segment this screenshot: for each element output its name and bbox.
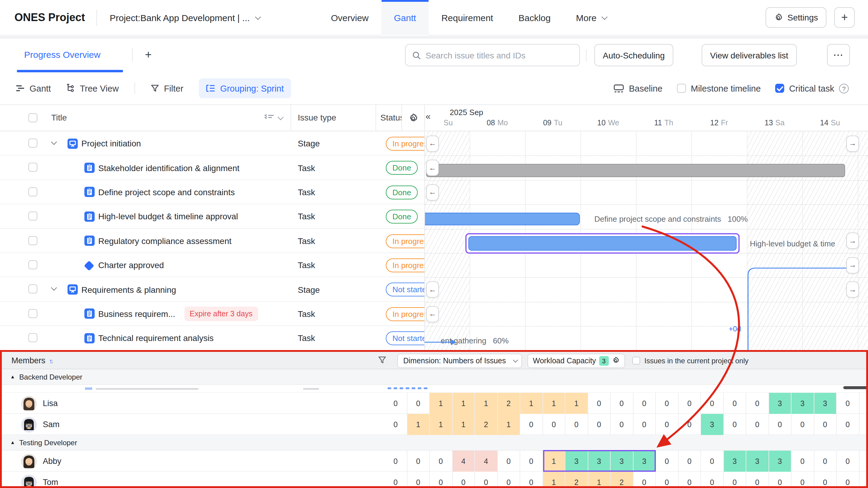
add-button[interactable]: + [834, 7, 855, 28]
workload-cell[interactable]: 0 [430, 451, 453, 472]
row-checkbox[interactable] [28, 163, 37, 172]
workload-cell[interactable]: 0 [656, 472, 678, 488]
workload-cell[interactable]: 0 [633, 414, 656, 435]
workload-cell[interactable]: 0 [384, 414, 407, 435]
workload-cell[interactable]: 0 [701, 451, 724, 472]
scroll-to-bar-left-button[interactable]: ← [426, 281, 439, 298]
workload-cell[interactable]: 2 [611, 472, 633, 488]
members-filter-icon[interactable] [378, 356, 386, 364]
workload-cell[interactable]: 1 [453, 414, 475, 435]
filter-button[interactable]: Filter [151, 84, 183, 93]
table-row[interactable]: Project initiationStageIn progress [0, 131, 424, 156]
collapse-columns-icon[interactable] [264, 114, 274, 122]
workload-cell[interactable]: 0 [769, 472, 792, 488]
workload-cell[interactable]: 0 [724, 393, 746, 414]
view-deliverables-button[interactable]: View deliverables list [702, 44, 797, 66]
sort-icon[interactable]: ↑↓ [49, 357, 52, 364]
workload-cell[interactable]: 0 [565, 414, 588, 435]
column-issue-type[interactable]: Issue type [298, 113, 336, 122]
workload-cell[interactable]: 0 [520, 414, 543, 435]
workload-cell[interactable]: 1 [543, 451, 565, 472]
help-icon[interactable]: ? [839, 84, 849, 93]
workload-cell[interactable]: 1 [475, 393, 498, 414]
workload-cell[interactable]: 0 [837, 393, 859, 414]
member-row[interactable]: Sam011121000000003000000 [2, 414, 866, 435]
member-row[interactable]: Abby000440013333000333000 [2, 451, 866, 472]
workload-cell[interactable]: 3 [565, 451, 588, 472]
grouping-chip[interactable]: Grouping: Sprint [199, 78, 291, 98]
table-row[interactable]: Technical requirement analysisTaskNot st… [0, 326, 424, 350]
chevron-down-icon[interactable] [278, 114, 284, 120]
workload-cell[interactable]: 1 [543, 472, 565, 488]
workload-cell[interactable]: 0 [792, 414, 814, 435]
workload-cell[interactable]: 0 [724, 414, 746, 435]
workload-cell[interactable]: 3 [814, 393, 837, 414]
workload-cell[interactable]: 0 [520, 472, 543, 488]
member-row[interactable]: Lisa001112111000000003330 [2, 393, 866, 414]
avatar[interactable] [21, 453, 37, 469]
workload-cell[interactable]: 0 [678, 414, 701, 435]
workload-cell[interactable]: 0 [588, 393, 611, 414]
workload-cell[interactable]: 0 [678, 472, 701, 488]
workload-cell[interactable]: 0 [407, 472, 430, 488]
scroll-to-bar-left-button[interactable]: ← [426, 306, 439, 322]
workload-cell[interactable]: 3 [769, 393, 792, 414]
workload-cell[interactable]: 0 [701, 393, 724, 414]
workload-cell[interactable]: 0 [837, 472, 859, 488]
add-view-tab-button[interactable]: + [140, 46, 157, 63]
status-badge[interactable]: In progress [386, 234, 424, 248]
workload-cell[interactable]: 0 [656, 451, 678, 472]
workload-cell[interactable]: 0 [633, 472, 656, 488]
workload-cell[interactable]: 0 [656, 414, 678, 435]
status-badge[interactable]: Done [386, 186, 418, 199]
baseline-button[interactable]: Baseline [614, 84, 662, 93]
scrollbar-thumb[interactable] [843, 386, 867, 389]
workload-cell[interactable]: 1 [588, 472, 611, 488]
issue-title[interactable]: High-level budget & timeline approval [98, 212, 238, 221]
table-row[interactable]: Stakeholder identification & alignmentTa… [0, 156, 424, 180]
workload-cell[interactable]: 3 [588, 451, 611, 472]
capacity-gear-icon[interactable] [612, 357, 619, 364]
scroll-to-bar-right-button[interactable]: → [846, 233, 859, 249]
more-actions-button[interactable]: ⋯ [827, 44, 850, 66]
scroll-to-bar-left-button[interactable]: ← [426, 135, 439, 152]
table-row[interactable]: High-level budget & timeline approvalTas… [0, 204, 424, 229]
workload-cell[interactable]: 3 [633, 451, 656, 472]
expand-chevron-icon[interactable] [51, 285, 57, 291]
workload-cell[interactable]: 0 [792, 451, 814, 472]
workload-cell[interactable]: 0 [656, 393, 678, 414]
workload-cell[interactable]: 2 [565, 472, 588, 488]
workload-cell[interactable]: 0 [837, 451, 859, 472]
workload-cell[interactable]: 0 [746, 414, 769, 435]
column-title[interactable]: Title [51, 113, 67, 122]
project-selector[interactable]: Project:Bank App Development | ... [110, 0, 259, 36]
workload-cell[interactable]: 0 [678, 451, 701, 472]
scroll-to-bar-left-button[interactable]: ← [426, 184, 439, 200]
workload-cell[interactable]: 1 [543, 393, 565, 414]
table-row[interactable]: Business requirem...Expire after 3 daysT… [0, 302, 424, 326]
workload-cell[interactable]: 2 [498, 393, 520, 414]
project-only-checkbox[interactable] [632, 357, 640, 364]
issue-title[interactable]: Technical requirement analysis [98, 333, 214, 343]
workload-cell[interactable]: 0 [633, 393, 656, 414]
workload-cell[interactable]: 1 [407, 414, 430, 435]
workload-cell[interactable]: 0 [746, 472, 769, 488]
status-badge[interactable]: In progress [386, 258, 424, 272]
workload-cell[interactable]: 0 [611, 414, 633, 435]
workload-cell[interactable]: 0 [384, 472, 407, 488]
workload-cell[interactable]: 1 [520, 393, 543, 414]
issue-title[interactable]: Requirements & planning [82, 285, 176, 294]
workload-cell[interactable]: 0 [814, 472, 837, 488]
workload-cell[interactable]: 3 [792, 393, 814, 414]
workload-cell[interactable]: 0 [746, 393, 769, 414]
workload-capacity-control[interactable]: Workload Capacity 3 [527, 353, 625, 368]
table-row[interactable]: Requirements & planningStageNot started [0, 278, 424, 302]
workload-cell[interactable]: 1 [430, 393, 453, 414]
workload-cell[interactable]: 1 [453, 393, 475, 414]
row-checkbox[interactable] [28, 236, 37, 245]
workload-cell[interactable]: 3 [769, 451, 792, 472]
table-row[interactable]: Charter approvedTaskIn progress [0, 253, 424, 278]
workload-cell[interactable]: 0 [407, 451, 430, 472]
issue-title[interactable]: Project initiation [82, 138, 141, 148]
workload-cell[interactable]: 4 [475, 451, 498, 472]
